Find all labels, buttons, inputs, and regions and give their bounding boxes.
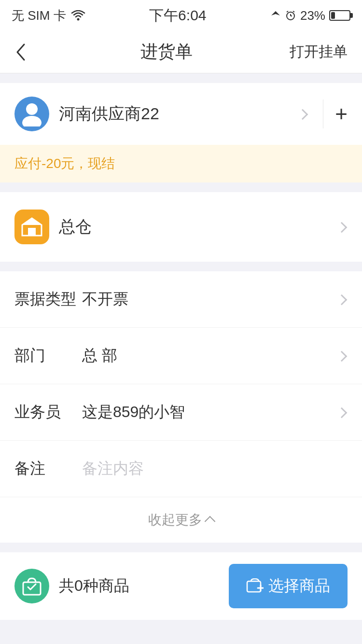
supplier-name: 河南供应商22 xyxy=(59,103,299,125)
department-label: 部门 xyxy=(14,345,82,366)
svg-rect-13 xyxy=(247,581,261,592)
add-supplier-button[interactable]: + xyxy=(335,103,348,125)
battery-fill xyxy=(331,12,335,19)
svg-rect-10 xyxy=(28,228,36,236)
invoice-type-label: 票据类型 xyxy=(14,289,82,310)
remark-label: 备注 xyxy=(14,458,82,479)
wifi-icon xyxy=(71,10,85,21)
select-product-label: 选择商品 xyxy=(268,575,330,597)
department-chevron-icon xyxy=(338,348,348,364)
remark-placeholder: 备注内容 xyxy=(82,458,348,479)
status-time: 下午6:04 xyxy=(149,6,206,26)
svg-marker-11 xyxy=(22,218,42,225)
salesperson-label: 业务员 xyxy=(14,402,82,423)
svg-point-8 xyxy=(22,116,42,126)
section-divider-1 xyxy=(0,73,362,83)
form-section: 票据类型 不开票 部门 总 部 业务员 这是859的小智 备注 备注内容 收起更… xyxy=(0,271,362,543)
background-fill xyxy=(0,620,362,644)
warehouse-icon-container xyxy=(14,210,49,244)
product-icon-container xyxy=(14,569,49,603)
warehouse-row[interactable]: 总仓 xyxy=(0,192,362,262)
status-right: 23% xyxy=(270,8,350,23)
carrier-label: 无 SIM 卡 xyxy=(12,7,66,24)
back-button[interactable] xyxy=(14,42,43,62)
svg-point-0 xyxy=(77,18,79,21)
bottom-section: 共0种商品 选择商品 xyxy=(0,552,362,620)
section-divider-2 xyxy=(0,182,362,192)
nav-bar: 进货单 打开挂单 xyxy=(0,31,362,73)
open-pending-button[interactable]: 打开挂单 xyxy=(290,42,348,62)
notice-bar: 应付-20元，现结 xyxy=(0,145,362,182)
vertical-divider xyxy=(323,99,323,128)
invoice-type-chevron-icon xyxy=(338,292,348,307)
product-count-label: 共0种商品 xyxy=(59,575,229,597)
location-icon xyxy=(270,10,281,21)
remark-row[interactable]: 备注 备注内容 xyxy=(0,441,362,497)
status-left: 无 SIM 卡 xyxy=(12,7,85,24)
warehouse-chevron-icon xyxy=(338,219,348,235)
department-value: 总 部 xyxy=(82,345,330,366)
department-row[interactable]: 部门 总 部 xyxy=(0,328,362,384)
notice-text: 应付-20元，现结 xyxy=(14,156,115,171)
battery-percent: 23% xyxy=(300,8,325,23)
svg-point-7 xyxy=(26,103,38,115)
person-icon xyxy=(20,101,43,126)
salesperson-row[interactable]: 业务员 这是859的小智 xyxy=(0,384,362,441)
collapse-label: 收起更多 xyxy=(148,511,202,529)
select-product-icon xyxy=(246,578,264,594)
salesperson-chevron-icon xyxy=(338,405,348,420)
product-icon xyxy=(21,576,42,596)
chevron-up-icon xyxy=(205,516,216,527)
supplier-chevron-icon xyxy=(299,106,308,122)
supplier-row[interactable]: 河南供应商22 + xyxy=(0,83,362,145)
svg-line-6 xyxy=(293,11,294,12)
invoice-type-row[interactable]: 票据类型 不开票 xyxy=(0,271,362,328)
collapse-button[interactable]: 收起更多 xyxy=(0,497,362,543)
svg-marker-1 xyxy=(271,11,280,15)
select-product-button[interactable]: 选择商品 xyxy=(229,564,348,608)
supplier-avatar xyxy=(14,97,49,131)
salesperson-value: 这是859的小智 xyxy=(82,402,330,423)
warehouse-label: 总仓 xyxy=(59,216,330,238)
section-divider-3 xyxy=(0,262,362,271)
svg-line-5 xyxy=(287,11,288,12)
status-bar: 无 SIM 卡 下午6:04 23% xyxy=(0,0,362,31)
supplier-section: 河南供应商22 + 应付-20元，现结 xyxy=(0,83,362,182)
page-title: 进货单 xyxy=(140,40,193,64)
warehouse-section: 总仓 xyxy=(0,192,362,262)
alarm-icon xyxy=(285,10,296,21)
battery-icon xyxy=(329,10,350,21)
warehouse-icon xyxy=(21,217,42,237)
invoice-type-value: 不开票 xyxy=(82,289,330,310)
